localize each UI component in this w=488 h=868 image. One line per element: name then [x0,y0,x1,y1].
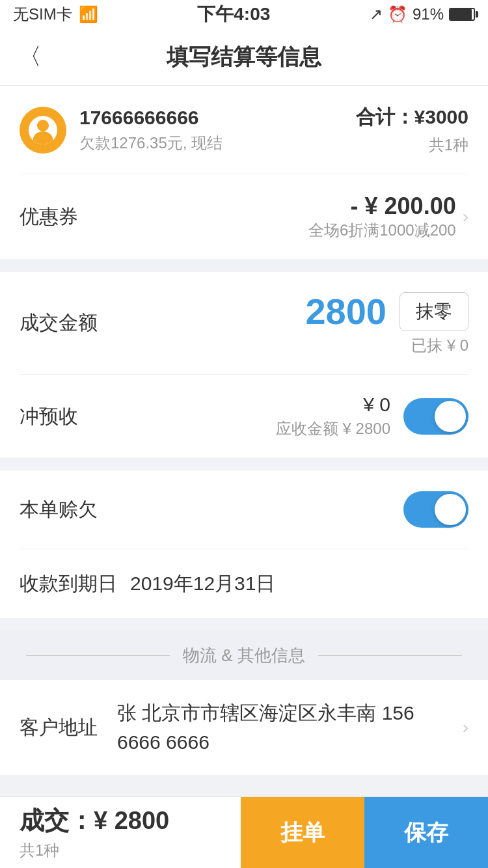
save-button[interactable]: 保存 [364,797,488,869]
prepay-toggle[interactable] [403,398,468,435]
address-chevron-icon: › [463,717,468,738]
customer-info: 17666666666 欠款1276.35元, 现结 [79,107,356,154]
divider-line-left [26,655,170,656]
wifi-icon: 📶 [79,5,98,23]
customer-total: 合计：¥3000 共1种 [356,104,468,156]
arrears-row: 本单赊欠 [0,470,488,549]
toggle-knob [435,401,466,432]
deal-amount-card: 成交金额 2800 抹零 已抹 ¥ 0 冲预收 ¥ 0 应收金额 ¥ 2800 [0,272,488,457]
prepay-sub: 应收金额 ¥ 2800 [276,418,390,439]
deal-amount-value: 2800 [305,290,386,332]
prepay-amount: ¥ 0 [276,394,390,416]
prepay-amount-block: ¥ 0 应收金额 ¥ 2800 [276,394,390,439]
bottom-count: 共1种 [20,840,221,861]
address-value: 张 北京市市辖区海淀区永丰南 156 6666 6666 [117,698,463,757]
address-card: 客户地址 张 北京市市辖区海淀区永丰南 156 6666 6666 › [0,680,488,775]
customer-card: 17666666666 欠款1276.35元, 现结 合计：¥3000 共1种 … [0,86,488,259]
customer-row: 17666666666 欠款1276.35元, 现结 合计：¥3000 共1种 [0,86,488,174]
avatar-icon [29,116,57,144]
coupon-label: 优惠券 [20,204,78,230]
bottom-deal-label: 成交： [20,807,94,834]
duedate-value: 2019年12月31日 [130,571,275,597]
customer-sub: 欠款1276.35元, 现结 [79,133,356,154]
battery-percent: 91% [413,5,444,23]
address-label: 客户地址 [20,714,98,741]
deal-right: 2800 抹零 [305,290,468,332]
duedate-row: 收款到期日 2019年12月31日 [0,550,488,618]
bottom-deal-amount: ¥ 2800 [94,807,169,834]
arrears-label: 本单赊欠 [20,496,98,523]
status-right: ↗ ⏰ 91% [370,5,475,23]
status-bar: 无SIM卡 📶 下午4:03 ↗ ⏰ 91% [0,0,488,29]
status-time: 下午4:03 [197,2,270,27]
coupon-amount: - ¥ 200.00 [308,193,456,220]
bottom-summary: 成交：¥ 2800 共1种 [0,804,241,861]
status-left: 无SIM卡 📶 [13,4,98,25]
total-amount: 合计：¥3000 [356,104,468,131]
prepay-label: 冲预收 [20,403,78,430]
deal-amount-label: 成交金额 [20,310,98,336]
nav-bar: 〈 填写结算等信息 [0,29,488,86]
hang-button[interactable]: 挂单 [241,797,364,869]
location-icon: ↗ [370,5,383,23]
address-row[interactable]: 客户地址 张 北京市市辖区海淀区永丰南 156 6666 6666 › [0,680,488,775]
content: 17666666666 欠款1276.35元, 现结 合计：¥3000 共1种 … [0,86,488,866]
back-button[interactable]: 〈 [18,41,42,73]
page-title: 填写结算等信息 [167,42,321,72]
arrears-toggle[interactable] [403,491,468,528]
duedate-label: 收款到期日 [20,571,117,597]
round-button[interactable]: 抹零 [400,292,468,331]
deal-amount-row: 成交金额 2800 抹零 已抹 ¥ 0 [0,272,488,374]
prepay-right: ¥ 0 应收金额 ¥ 2800 [276,394,468,439]
coupon-right: - ¥ 200.00 全场6折满1000减200 › [308,193,468,241]
deal-sub: 已抹 ¥ 0 [305,335,468,356]
coupon-desc: 全场6折满1000减200 [308,220,456,241]
customer-phone: 17666666666 [79,107,356,129]
coupon-row[interactable]: 优惠券 - ¥ 200.00 全场6折满1000减200 › [0,174,488,259]
arrears-toggle-knob [435,494,466,525]
carrier-text: 无SIM卡 [13,4,72,25]
alarm-icon: ⏰ [388,5,407,23]
bottom-bar: 成交：¥ 2800 共1种 挂单 保存 [0,796,488,868]
avatar [20,107,66,154]
divider-line-right [318,655,462,656]
prepay-row: 冲预收 ¥ 0 应收金额 ¥ 2800 [0,375,488,457]
coupon-chevron-icon: › [463,206,468,227]
arrears-card: 本单赊欠 收款到期日 2019年12月31日 [0,470,488,618]
section-divider-text: 物流 & 其他信息 [170,644,318,667]
logistics-section-divider: 物流 & 其他信息 [0,631,488,680]
bottom-deal-text: 成交：¥ 2800 [20,804,221,837]
total-sub: 共1种 [356,135,468,156]
battery-icon [449,8,475,21]
